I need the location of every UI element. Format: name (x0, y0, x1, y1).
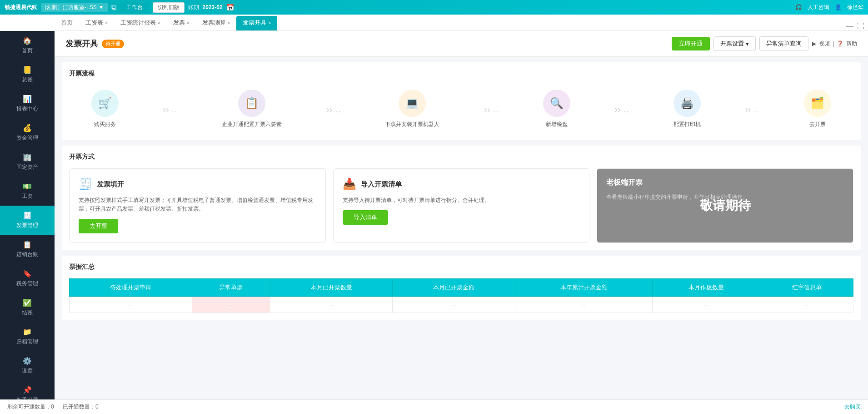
sidebar-tax-label: 税务管理 (16, 280, 38, 288)
help-label[interactable]: 视频 (819, 40, 830, 48)
sidebar-item-guide[interactable]: 📌 新手引导 (0, 380, 55, 399)
flow-step-2[interactable]: 📋 企业开通配置开票六要素 (222, 90, 282, 128)
sidebar-item-archive[interactable]: 📁 归档管理 (0, 322, 55, 351)
tab-home[interactable]: 首页 (55, 16, 79, 30)
summary-cell-5: -- (653, 297, 760, 313)
flow-title: 开票流程 (69, 70, 853, 78)
tab-invoice-calc[interactable]: 发票测算 × (196, 16, 237, 30)
tab-invoice[interactable]: 发票 × (167, 16, 196, 30)
arrow-3: ›› ‥ (484, 104, 499, 115)
step-label-6: 去开票 (809, 121, 826, 128)
buy-link[interactable]: 去购买 (844, 403, 861, 411)
tab-payroll-stats-close[interactable]: × (158, 20, 160, 25)
workbench-button[interactable]: 工作台 (120, 2, 149, 13)
tab-invoice-open[interactable]: 发票开具 × (236, 16, 277, 30)
method-header-1: 🧾 发票填开 (79, 178, 316, 191)
billing-title: 开票方式 (69, 153, 853, 161)
step-icon-3: 💻 (399, 90, 426, 117)
method-desc-2: 支持导入待开票清单，可对待开票清单进行拆分、合并处理。 (343, 196, 580, 205)
summary-header-1: 异常单票 (192, 279, 270, 297)
sidebar-item-ledger[interactable]: 📒 总账 (0, 60, 55, 89)
customer-service-label[interactable]: 人工咨询 (808, 4, 829, 11)
flow-step-6[interactable]: 🗂️ 去开票 (804, 90, 831, 128)
settings-button[interactable]: 开票设置 ▾ (713, 36, 756, 51)
instant-open-button[interactable]: 立即开通 (672, 37, 710, 50)
app-logo: 畅捷通易代账 (5, 4, 37, 11)
calendar-icon[interactable]: 📅 (226, 4, 234, 11)
invoice-icon: 🧾 (23, 211, 32, 220)
method-card-3: 老板端开票 查看老板端小程序提交的开票申请，并作出相应处理操作。 敬请期待 (597, 168, 853, 243)
method-header-3: 老板端开票 (606, 178, 844, 187)
restore-icon[interactable]: ⛶ (857, 22, 864, 30)
sidebar-item-invoice[interactable]: 🧾 发票管理 (0, 206, 55, 235)
company-name: (勿删）江西服室-LSS (45, 4, 97, 11)
tab-invoice-calc-close[interactable]: × (228, 20, 230, 25)
flow-step-1[interactable]: 🛒 购买服务 (91, 90, 119, 128)
sidebar-item-purchase[interactable]: 📋 进销台账 (0, 235, 55, 264)
method-btn-2[interactable]: 导入清单 (343, 210, 388, 225)
switch-old-button[interactable]: 切到旧版 (153, 2, 185, 13)
flow-step-3[interactable]: 💻 下载并安装开票机器人 (385, 90, 439, 128)
dropdown-icon: ▼ (99, 4, 104, 10)
sidebar-ledger-label: 总账 (22, 76, 33, 84)
step-label-1: 购买服务 (94, 121, 116, 128)
tab-invoice-close[interactable]: × (187, 20, 190, 25)
tab-invoice-open-close[interactable]: × (268, 20, 271, 25)
help2-label[interactable]: 帮助 (846, 40, 857, 48)
sidebar-item-reports[interactable]: 📊 报表中心 (0, 89, 55, 118)
help-icon: ▶ (812, 40, 816, 47)
method-header-2: 📥 导入开票清单 (343, 178, 580, 191)
summary-title: 票据汇总 (69, 263, 853, 271)
step-icon-4: 🔍 (543, 90, 570, 117)
method-title-2: 导入开票清单 (361, 180, 402, 189)
help2-icon: ❓ (837, 40, 843, 47)
arrow-2: ›› ‥ (326, 104, 341, 115)
sidebar-item-settings[interactable]: ⚙️ 设置 (0, 351, 55, 380)
method-card-1: 🧾 发票填开 支持按照发票样式手工填写开发票；可开具增值税电子普通发票、增值税普… (69, 168, 326, 243)
period-label: 账期 (188, 4, 199, 11)
arrow-4: ›› ‥ (614, 104, 629, 115)
copy-icon[interactable]: ⧉ (111, 3, 116, 11)
sidebar-item-home[interactable]: 🏠 首页 (0, 31, 55, 60)
summary-header-0: 待处理开票申请 (70, 279, 192, 297)
step-label-2: 企业开通配置开票六要素 (222, 121, 282, 128)
user-name[interactable]: 徐泾华 (847, 4, 863, 11)
opened-label: 已开通数量：0 (63, 404, 99, 410)
tab-payroll[interactable]: 工资表 × (79, 16, 114, 30)
abnormal-query-button[interactable]: 异常清单查询 (759, 36, 808, 51)
tab-payroll-close[interactable]: × (105, 20, 108, 25)
summary-cell-6: -- (760, 297, 853, 313)
sidebar-item-payroll[interactable]: 💵 工资 (0, 177, 55, 206)
summary-section: 票据汇总 待处理开票申请 异常单票 本月已开票数量 本月已开票金额 本年累计开票… (62, 256, 861, 320)
minimize-icon[interactable]: — (846, 22, 853, 30)
summary-cell-0: -- (70, 297, 192, 313)
sidebar-item-tax[interactable]: 🔖 税务管理 (0, 264, 55, 293)
summary-cell-1: -- (192, 297, 270, 313)
sidebar-item-assets[interactable]: 🏢 固定资产 (0, 147, 55, 177)
flow-step-4[interactable]: 🔍 新增税盘 (543, 90, 570, 128)
customer-service-icon[interactable]: 🎧 (795, 4, 802, 10)
assets-icon: 🏢 (23, 153, 32, 162)
company-selector[interactable]: (勿删）江西服室-LSS ▼ (41, 3, 108, 12)
method-card-2: 📥 导入开票清单 支持导入待开票清单，可对待开票清单进行拆分、合并处理。 导入清… (333, 168, 590, 243)
method-title-1: 发票填开 (97, 180, 124, 189)
sidebar-item-closing[interactable]: ✅ 结账 (0, 293, 55, 322)
step-label-5: 配置打印机 (673, 121, 701, 128)
billing-methods: 🧾 发票填开 支持按照发票样式手工填写开发票；可开具增值税电子普通发票、增值税普… (69, 168, 853, 243)
bottom-bar: 剩余可开通数量：0 已开通数量：0 去购买 (0, 399, 868, 414)
settings-button-label: 开票设置 (720, 40, 744, 48)
tab-invoice-open-label: 发票开具 (243, 19, 266, 27)
step-icon-5: 🖨️ (673, 90, 701, 117)
tab-payroll-stats[interactable]: 工资统计报表 × (114, 16, 167, 30)
sidebar-payroll-label: 工资 (22, 192, 33, 200)
sidebar-item-funds[interactable]: 💰 资金管理 (0, 118, 55, 147)
sidebar-funds-label: 资金管理 (16, 134, 38, 142)
archive-icon: 📁 (23, 328, 32, 336)
tax-icon: 🔖 (23, 269, 32, 278)
arrow-5: ›› ‥ (745, 104, 759, 115)
summary-header-6: 红字信息单 (760, 279, 853, 297)
flow-step-5[interactable]: 🖨️ 配置打印机 (673, 90, 701, 128)
sidebar: 🏠 首页 📒 总账 📊 报表中心 💰 资金管理 🏢 固定资产 💵 工资 🧾 发票… (0, 31, 55, 399)
header-actions: 立即开通 开票设置 ▾ 异常清单查询 ▶ 视频 | ❓ 帮助 (672, 36, 857, 51)
method-btn-1[interactable]: 去开票 (79, 219, 118, 233)
